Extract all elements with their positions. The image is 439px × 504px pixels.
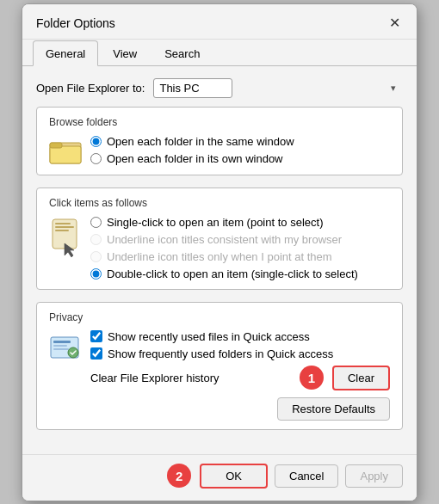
restore-defaults-button[interactable]: Restore Defaults <box>277 397 390 421</box>
privacy-icon <box>49 330 82 363</box>
own-window-option[interactable]: Open each folder in its own window <box>90 152 294 165</box>
browse-folders-legend: Browse folders <box>49 116 390 128</box>
close-button[interactable]: ✕ <box>384 13 405 34</box>
apply-button[interactable]: Apply <box>345 464 403 488</box>
tab-general[interactable]: General <box>33 40 98 66</box>
same-window-label: Open each folder in the same window <box>107 135 294 148</box>
svg-rect-1 <box>50 146 81 163</box>
open-explorer-select-wrapper: This PC Quick access <box>153 78 403 98</box>
underline-point-radio <box>90 251 102 262</box>
privacy-section: Privacy Show recently used files in Quic… <box>36 302 403 430</box>
folder-options-dialog: Folder Options ✕ General View Search Ope… <box>22 3 417 501</box>
underline-browser-radio <box>90 234 102 245</box>
underline-browser-option: Underline icon titles consistent with my… <box>90 233 358 246</box>
folder-icon <box>49 137 82 166</box>
tab-view[interactable]: View <box>100 40 150 66</box>
clear-right-area: 1 Clear <box>300 366 390 390</box>
same-window-radio[interactable] <box>90 136 102 147</box>
svg-rect-5 <box>55 226 74 228</box>
single-click-label: Single-click to open an item (point to s… <box>107 216 323 229</box>
recently-used-checkbox-item[interactable]: Show recently used files in Quick access <box>90 330 390 343</box>
browse-folders-radio-group: Open each folder in the same window Open… <box>90 135 294 165</box>
click-items-radio-group: Single-click to open an item (point to s… <box>90 216 358 280</box>
underline-point-option: Underline icon titles only when I point … <box>90 250 358 263</box>
click-items-section: Click items as follows Single-click to o… <box>36 187 403 290</box>
tab-search[interactable]: Search <box>151 40 213 66</box>
same-window-option[interactable]: Open each folder in the same window <box>90 135 294 148</box>
restore-defaults-row: Restore Defaults <box>90 397 390 421</box>
single-click-option[interactable]: Single-click to open an item (point to s… <box>90 216 358 229</box>
double-click-label: Double-click to open an item (single-cli… <box>107 267 358 280</box>
frequently-used-checkbox-item[interactable]: Show frequently used folders in Quick ac… <box>90 347 390 360</box>
underline-point-label: Underline icon titles only when I point … <box>107 250 332 263</box>
svg-rect-6 <box>55 230 69 231</box>
open-explorer-select[interactable]: This PC Quick access <box>153 78 232 98</box>
svg-rect-10 <box>53 348 69 350</box>
double-click-radio[interactable] <box>90 268 102 280</box>
browse-folders-inner: Open each folder in the same window Open… <box>49 135 390 166</box>
dialog-title: Folder Options <box>36 16 115 30</box>
title-bar: Folder Options ✕ <box>22 4 417 40</box>
privacy-legend: Privacy <box>49 311 390 323</box>
single-click-radio[interactable] <box>90 217 102 228</box>
privacy-controls: Show recently used files in Quick access… <box>90 330 390 421</box>
svg-rect-2 <box>50 143 62 148</box>
general-tab-content: Open File Explorer to: This PC Quick acc… <box>22 66 417 454</box>
click-items-legend: Click items as follows <box>49 197 390 209</box>
open-explorer-row: Open File Explorer to: This PC Quick acc… <box>36 78 403 98</box>
underline-browser-label: Underline icon titles consistent with my… <box>107 233 342 246</box>
cancel-button[interactable]: Cancel <box>275 464 338 488</box>
badge-1: 1 <box>300 366 324 390</box>
own-window-radio[interactable] <box>90 153 102 164</box>
footer-left: 2 OK <box>167 464 268 489</box>
ok-button[interactable]: OK <box>200 464 268 489</box>
dialog-footer: 2 OK Cancel Apply <box>22 454 417 501</box>
double-click-option[interactable]: Double-click to open an item (single-cli… <box>90 267 358 280</box>
svg-rect-8 <box>53 341 71 343</box>
tab-bar: General View Search <box>22 40 417 66</box>
frequently-used-checkbox[interactable] <box>90 347 102 360</box>
badge-2: 2 <box>167 464 191 488</box>
click-items-inner: Single-click to open an item (point to s… <box>49 216 390 280</box>
clear-history-row: Clear File Explorer history 1 Clear <box>90 366 390 390</box>
svg-rect-9 <box>53 345 67 347</box>
clear-history-label: Clear File Explorer history <box>90 372 220 384</box>
clear-button[interactable]: Clear <box>332 366 390 390</box>
click-icon <box>49 218 82 257</box>
frequently-used-label: Show frequently used folders in Quick ac… <box>108 347 333 360</box>
own-window-label: Open each folder in its own window <box>107 152 283 165</box>
open-explorer-label: Open File Explorer to: <box>36 82 145 95</box>
browse-folders-section: Browse folders Open each folder in the s… <box>36 107 403 175</box>
recently-used-label: Show recently used files in Quick access <box>108 330 310 343</box>
recently-used-checkbox[interactable] <box>90 330 102 342</box>
privacy-inner: Show recently used files in Quick access… <box>49 330 390 421</box>
svg-rect-4 <box>55 223 71 224</box>
